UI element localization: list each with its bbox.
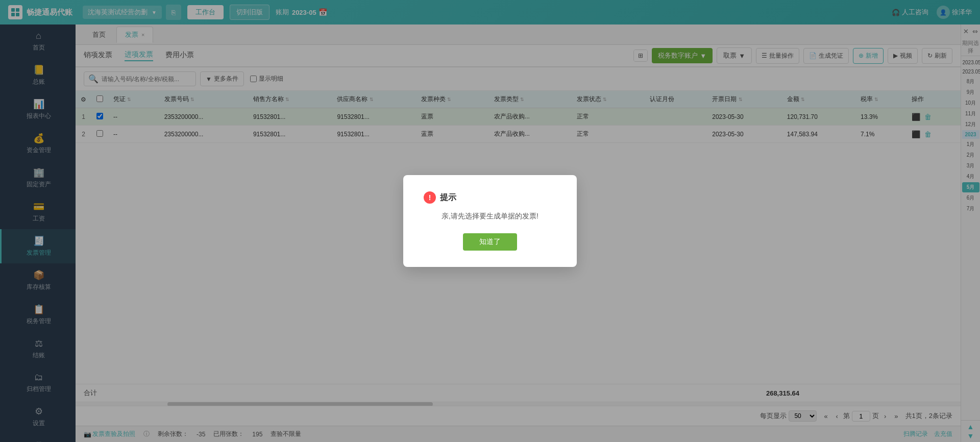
modal-body: 亲,请先选择要生成单据的发票! xyxy=(424,212,556,221)
modal-overlay: ! 提示 亲,请先选择要生成单据的发票! 知道了 xyxy=(0,0,980,442)
modal-footer: 知道了 xyxy=(424,233,556,251)
modal-title: 提示 xyxy=(440,192,456,203)
modal-warning-icon: ! xyxy=(424,191,436,204)
modal-dialog: ! 提示 亲,请先选择要生成单据的发票! 知道了 xyxy=(403,175,577,267)
modal-header: ! 提示 xyxy=(424,191,556,204)
modal-ok-button[interactable]: 知道了 xyxy=(463,233,517,251)
